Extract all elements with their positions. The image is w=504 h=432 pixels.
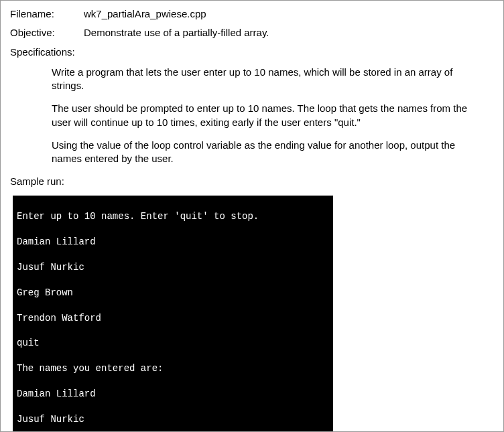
sample-run-label: Sample run: [10,175,494,188]
console-line: Jusuf Nurkic [17,413,329,426]
console-line: Greg Brown [17,287,329,299]
console-line: Jusuf Nurkic [17,261,329,274]
console-line: Enter up to 10 names. Enter 'quit' to st… [17,210,329,223]
objective-label: Objective: [10,26,84,40]
console-line: The names you entered are: [17,362,329,375]
filename-row: Filename: wk7_partialAra_pwiese.cpp [10,7,494,21]
spec-paragraph-3: Using the value of the loop control vari… [52,139,474,166]
filename-label: Filename: [10,7,84,21]
console-line: Damian Lillard [17,388,329,401]
objective-row: Objective: Demonstrate use of a partiall… [10,26,494,40]
filename-value: wk7_partialAra_pwiese.cpp [84,7,206,21]
console-line: quit [17,337,329,350]
console-line: Trendon Watford [17,312,329,325]
console-output: Enter up to 10 names. Enter 'quit' to st… [13,196,333,433]
objective-value: Demonstrate use of a partially-filled ar… [84,26,269,40]
spec-paragraph-1: Write a program that lets the user enter… [52,66,474,93]
console-line: Damian Lillard [17,236,329,248]
spec-paragraph-2: The user should be prompted to enter up … [52,102,474,129]
specifications-label: Specifications: [10,46,494,59]
